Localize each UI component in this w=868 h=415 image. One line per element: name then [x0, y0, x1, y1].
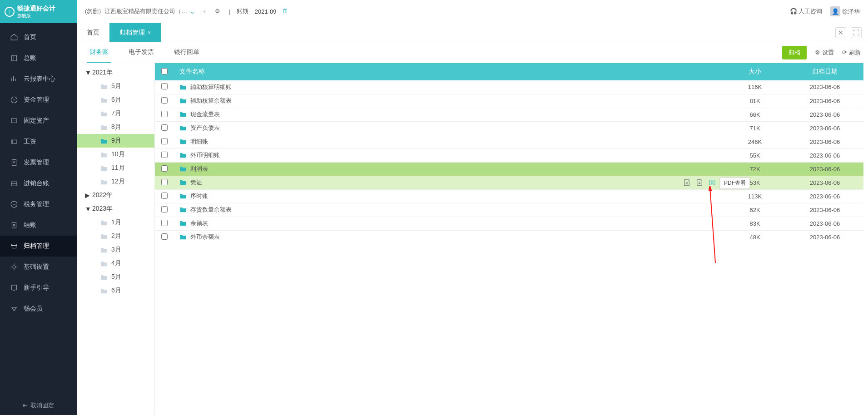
row-checkbox[interactable]: [161, 165, 168, 172]
nav-item-11[interactable]: 基础设置: [0, 257, 77, 277]
download-pdf-icon[interactable]: [695, 178, 704, 187]
add-company-button[interactable]: ＋: [201, 8, 208, 15]
close-icon[interactable]: ×: [148, 30, 151, 36]
nav-item-8[interactable]: 税务管理: [0, 194, 77, 215]
archive-button[interactable]: 归档: [782, 46, 807, 59]
nav-item-2[interactable]: 云报表中心: [0, 69, 77, 89]
tree-month-0-3[interactable]: 8月: [77, 120, 154, 134]
fullscreen-button[interactable]: ⛶: [851, 27, 862, 38]
nav-item-7[interactable]: 进销台账: [0, 173, 77, 194]
row-checkbox[interactable]: [161, 193, 168, 199]
table-row[interactable]: 利润表 72K 2023-06-06: [155, 162, 863, 176]
nav-item-5[interactable]: 工资: [0, 131, 77, 152]
folder-icon: [179, 166, 187, 172]
folder-icon: [100, 97, 108, 103]
row-checkbox[interactable]: [161, 97, 168, 104]
row-checkbox[interactable]: [161, 179, 168, 185]
nav-label: 税务管理: [24, 200, 49, 208]
nav-item-13[interactable]: 畅会员: [0, 298, 77, 319]
page-tab-1[interactable]: 归档管理×: [109, 23, 161, 42]
company-selector[interactable]: (勿删）江西服宝精品有限责任公司（… ⌄: [85, 7, 195, 15]
nav-item-0[interactable]: 首页: [0, 27, 77, 48]
table-row[interactable]: 资产负债表 71K 2023-06-06: [155, 121, 863, 135]
folder-icon: [179, 84, 187, 90]
user-menu[interactable]: 👤 徐泽华: [830, 6, 860, 16]
asset-icon: [10, 117, 18, 125]
tree-month-0-2[interactable]: 7月: [77, 107, 154, 120]
row-checkbox[interactable]: [161, 138, 168, 144]
table-row[interactable]: 序时账 113K 2023-06-06: [155, 189, 863, 203]
company-name: (勿删）江西服宝精品有限责任公司（…: [85, 7, 187, 15]
folder-icon: [100, 111, 108, 117]
row-checkbox[interactable]: [161, 152, 168, 158]
tree-month-0-7[interactable]: 12月: [77, 175, 154, 188]
folder-icon: [179, 220, 187, 226]
period-value[interactable]: 2021-09: [255, 8, 277, 15]
tree-month-2-0[interactable]: 1月: [77, 216, 154, 229]
nav-item-9[interactable]: 结账: [0, 215, 77, 236]
row-checkbox[interactable]: [161, 206, 168, 212]
nav-label: 新手引导: [24, 284, 49, 292]
table-row[interactable]: 辅助核算余额表 81K 2023-06-06: [155, 94, 863, 108]
row-checkbox[interactable]: [161, 124, 168, 131]
tree-month-0-0[interactable]: 5月: [77, 79, 154, 93]
folder-icon: [100, 261, 108, 267]
page-tab-0[interactable]: 首页: [77, 23, 109, 42]
inventory-icon: [10, 179, 18, 188]
tree-month-0-6[interactable]: 11月: [77, 161, 154, 175]
sub-tab-1[interactable]: 电子发票: [126, 43, 157, 63]
nav-item-10[interactable]: 归档管理: [0, 236, 77, 257]
sub-tab-0[interactable]: 财务账: [87, 43, 111, 63]
tree-month-2-3[interactable]: 4月: [77, 257, 154, 270]
nav-item-12[interactable]: 新手引导: [0, 277, 77, 298]
select-all-checkbox[interactable]: [161, 68, 168, 74]
view-pdf-icon[interactable]: [708, 178, 716, 187]
tree-month-2-2[interactable]: 3月: [77, 243, 154, 257]
chevron-down-icon: ⌄: [190, 8, 195, 15]
sidebar-unpin-button[interactable]: ⇤ 取消固定: [0, 395, 77, 415]
page-tab-label: 归档管理: [119, 29, 145, 37]
table-row[interactable]: 凭证 53K 2023-06-06: [155, 176, 863, 189]
row-checkbox[interactable]: [161, 111, 168, 117]
tree-month-2-1[interactable]: 2月: [77, 229, 154, 243]
nav-item-4[interactable]: 固定资产: [0, 110, 77, 131]
row-checkbox[interactable]: [161, 233, 168, 240]
tree-month-2-4[interactable]: 5月: [77, 270, 154, 284]
nav-item-3[interactable]: 资金管理: [0, 89, 77, 110]
tree-month-label: 10月: [111, 150, 125, 158]
nav: 首页总账云报表中心资金管理固定资产工资发票管理进销台账税务管理结账归档管理基础设…: [0, 23, 77, 395]
company-settings-button[interactable]: ⚙: [215, 8, 222, 15]
settings-button[interactable]: ⚙ 设置: [815, 49, 834, 57]
row-checkbox[interactable]: [161, 220, 168, 226]
table-row[interactable]: 外币余额表 48K 2023-06-06: [155, 230, 863, 244]
download-excel-icon[interactable]: [683, 178, 691, 187]
tree-year-0[interactable]: ▼2021年: [77, 66, 154, 79]
calendar-icon[interactable]: 🗓: [283, 8, 290, 15]
tree-month-2-5[interactable]: 6月: [77, 284, 154, 297]
table-row[interactable]: 辅助核算明细账 116K 2023-06-06: [155, 80, 863, 94]
sub-tab-2[interactable]: 银行回单: [171, 43, 202, 63]
folder-icon: [100, 124, 108, 130]
tree-month-0-1[interactable]: 6月: [77, 93, 154, 107]
table-row[interactable]: 存货数量余额表 62K 2023-06-06: [155, 203, 863, 217]
brand-subtitle: 旗舰版: [17, 13, 55, 18]
table-row[interactable]: 现金流量表 66K 2023-06-06: [155, 108, 863, 121]
table-row[interactable]: 余额表 83K 2023-06-06: [155, 217, 863, 230]
nav-item-1[interactable]: 总账: [0, 48, 77, 69]
nav-label: 首页: [24, 33, 36, 41]
nav-label: 归档管理: [24, 242, 49, 250]
support-button[interactable]: 🎧 人工咨询: [790, 7, 823, 15]
tree-month-0-4[interactable]: 9月: [77, 134, 154, 148]
nav-label: 云报表中心: [24, 75, 55, 83]
row-checkbox[interactable]: [161, 83, 168, 89]
tree-month-0-5[interactable]: 10月: [77, 148, 154, 161]
table-row[interactable]: 明细账 246K 2023-06-06: [155, 135, 863, 148]
close-all-tabs-button[interactable]: ✕: [835, 27, 846, 38]
refresh-button[interactable]: ⟳ 刷新: [842, 49, 861, 57]
tree-year-2[interactable]: ▼2023年: [77, 202, 154, 216]
folder-icon: [179, 207, 187, 212]
tree-year-1[interactable]: ▶2022年: [77, 188, 154, 202]
file-name: 外币明细账: [190, 151, 220, 159]
nav-item-6[interactable]: 发票管理: [0, 152, 77, 173]
table-row[interactable]: 外币明细账 55K 2023-06-06: [155, 148, 863, 162]
